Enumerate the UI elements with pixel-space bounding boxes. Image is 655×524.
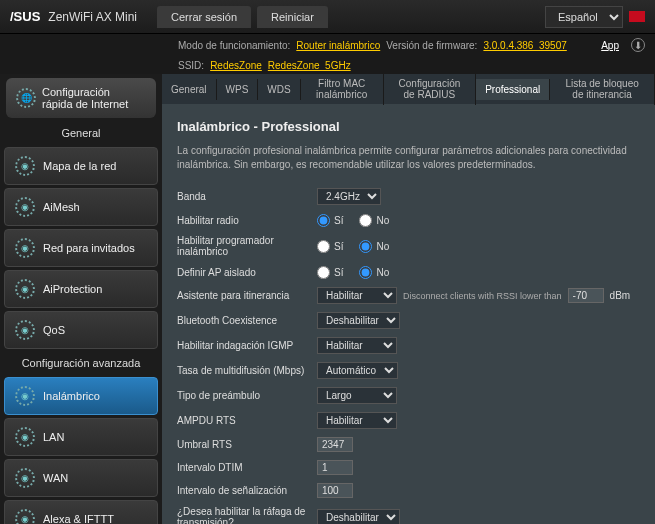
form-row: Definir AP aisladoSíNo [177, 261, 640, 283]
quick-setup[interactable]: 🌐 Configuraciónrápida de Internet [6, 78, 156, 118]
radio-no[interactable] [359, 266, 372, 279]
ssid-row: SSID: RedesZone RedesZone_5GHz [0, 56, 655, 74]
sidebar-item-general-3[interactable]: ◉AiProtection [4, 270, 158, 308]
sidebar-item-adv-1[interactable]: ◉LAN [4, 418, 158, 456]
ssid1[interactable]: RedesZone [210, 60, 262, 71]
general-header: General [0, 122, 162, 144]
form-row: Tipo de preámbuloLargo [177, 383, 640, 408]
brand-logo: /SUS [10, 9, 40, 24]
form-label: Definir AP aislado [177, 267, 317, 278]
form-row: Intervalo de señalización [177, 479, 640, 502]
subtab-6[interactable]: Lista de bloqueo de itinerancia [550, 74, 655, 105]
subtabs: GeneralWPSWDSFiltro MAC inalámbricoConfi… [162, 74, 655, 104]
sidebar: 🌐 Configuraciónrápida de Internet Genera… [0, 74, 162, 524]
form-row: Umbral RTS [177, 433, 640, 456]
logout-button[interactable]: Cerrar sesión [157, 6, 251, 28]
sidebar-item-adv-2[interactable]: ◉WAN [4, 459, 158, 497]
radio-no[interactable] [359, 240, 372, 253]
nav-icon: ◉ [15, 279, 35, 299]
app-link[interactable]: App [601, 40, 619, 51]
sidebar-item-general-4[interactable]: ◉QoS [4, 311, 158, 349]
form-row: ¿Desea habilitar la ráfaga de transmisió… [177, 502, 640, 524]
radio-yes[interactable] [317, 214, 330, 227]
ssid2[interactable]: RedesZone_5GHz [268, 60, 351, 71]
form-label: Bluetooth Coexistence [177, 315, 317, 326]
mode-value[interactable]: Router inalámbrico [296, 40, 380, 51]
text-input[interactable] [317, 460, 353, 475]
radio-no[interactable] [359, 214, 372, 227]
sidebar-item-general-1[interactable]: ◉AiMesh [4, 188, 158, 226]
form-row: Tasa de multidifusión (Mbps)Automático [177, 358, 640, 383]
form-label: Habilitar radio [177, 215, 317, 226]
product-name: ZenWiFi AX Mini [48, 10, 137, 24]
subtab-1[interactable]: WPS [217, 79, 259, 100]
panel: Inalámbrico - Professional La configurac… [162, 104, 655, 524]
select[interactable]: Habilitar [317, 337, 397, 354]
form-label: Habilitar indagación IGMP [177, 340, 317, 351]
nav-icon: ◉ [15, 386, 35, 406]
sidebar-item-general-0[interactable]: ◉Mapa de la red [4, 147, 158, 185]
content: GeneralWPSWDSFiltro MAC inalámbricoConfi… [162, 74, 655, 524]
form-row: AMPDU RTSHabilitar [177, 408, 640, 433]
form-label: Banda [177, 191, 317, 202]
form-label: Intervalo DTIM [177, 462, 317, 473]
form-row: Intervalo DTIM [177, 456, 640, 479]
select[interactable]: Deshabilitar [317, 312, 400, 329]
flag-icon [629, 11, 645, 22]
subtab-5[interactable]: Professional [476, 79, 550, 100]
select[interactable]: Habilitar [317, 287, 397, 304]
subtab-0[interactable]: General [162, 79, 217, 100]
form-row: Habilitar indagación IGMPHabilitar [177, 333, 640, 358]
sidebar-item-adv-0[interactable]: ◉Inalámbrico [4, 377, 158, 415]
sidebar-item-adv-3[interactable]: ◉Alexa & IFTTT [4, 500, 158, 524]
subtab-4[interactable]: Configuración de RADIUS [384, 74, 476, 105]
form-row: Bluetooth CoexistenceDeshabilitar [177, 308, 640, 333]
form-row: Asistente para itineranciaHabilitarDisco… [177, 283, 640, 308]
radio-yes[interactable] [317, 240, 330, 253]
subtab-2[interactable]: WDS [258, 79, 300, 100]
language-select[interactable]: Español [545, 6, 623, 28]
topbar: /SUS ZenWiFi AX Mini Cerrar sesión Reini… [0, 0, 655, 34]
globe-icon: 🌐 [16, 88, 36, 108]
header-info: Modo de funcionamiento: Router inalámbri… [0, 34, 655, 56]
nav-icon: ◉ [15, 238, 35, 258]
fw-value[interactable]: 3.0.0.4.386_39507 [483, 40, 566, 51]
mode-label: Modo de funcionamiento: [178, 40, 290, 51]
nav-icon: ◉ [15, 509, 35, 524]
reboot-button[interactable]: Reiniciar [257, 6, 328, 28]
panel-title: Inalámbrico - Professional [177, 119, 640, 134]
panel-desc: La configuración profesional inalámbrica… [177, 144, 640, 172]
form-label: Habilitar programador inalámbrico [177, 235, 317, 257]
form-label: Tasa de multidifusión (Mbps) [177, 365, 317, 376]
fw-label: Versión de firmware: [386, 40, 477, 51]
advanced-header: Configuración avanzada [0, 352, 162, 374]
text-input[interactable] [317, 437, 353, 452]
select[interactable]: Deshabilitar [317, 509, 400, 525]
select[interactable]: Automático [317, 362, 398, 379]
form-label: Intervalo de señalización [177, 485, 317, 496]
form-label: Tipo de preámbulo [177, 390, 317, 401]
form-label: ¿Desea habilitar la ráfaga de transmisió… [177, 506, 317, 524]
form-row: Habilitar programador inalámbricoSíNo [177, 231, 640, 261]
form-row: Habilitar radioSíNo [177, 209, 640, 231]
radio-yes[interactable] [317, 266, 330, 279]
select[interactable]: Habilitar [317, 412, 397, 429]
form-label: AMPDU RTS [177, 415, 317, 426]
form-row: Banda2.4GHz [177, 184, 640, 209]
nav-icon: ◉ [15, 427, 35, 447]
text-input[interactable] [568, 288, 604, 303]
nav-icon: ◉ [15, 320, 35, 340]
nav-icon: ◉ [15, 156, 35, 176]
select[interactable]: 2.4GHz [317, 188, 381, 205]
form-label: Asistente para itinerancia [177, 290, 317, 301]
ssid-label: SSID: [178, 60, 204, 71]
app-icon[interactable]: ⬇ [631, 38, 645, 52]
subtab-3[interactable]: Filtro MAC inalámbrico [301, 74, 384, 105]
select[interactable]: Largo [317, 387, 397, 404]
sidebar-item-general-2[interactable]: ◉Red para invitados [4, 229, 158, 267]
text-input[interactable] [317, 483, 353, 498]
nav-icon: ◉ [15, 197, 35, 217]
nav-icon: ◉ [15, 468, 35, 488]
form-label: Umbral RTS [177, 439, 317, 450]
